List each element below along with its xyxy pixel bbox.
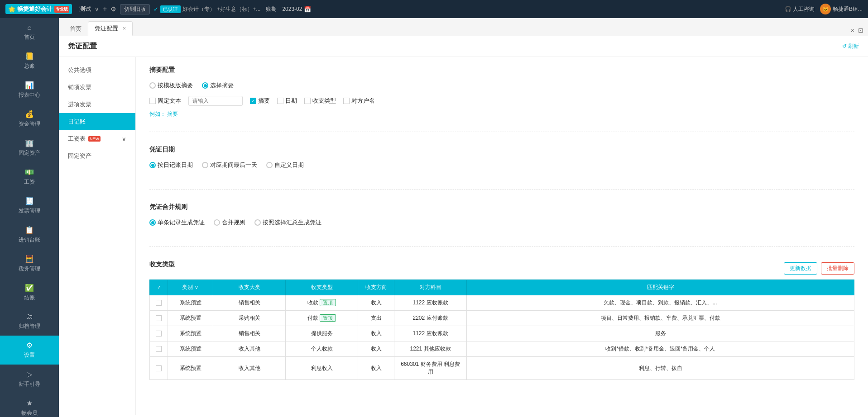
app-name: 畅捷通好会计 (17, 5, 53, 13)
add-icon[interactable]: + (103, 5, 107, 13)
fixed-text-checkbox-box (149, 98, 156, 104)
reset-tag-0[interactable]: 置顶 (320, 299, 336, 306)
merge-section: 凭证合并规则 单条记录生成凭证 合并规则 (149, 203, 854, 247)
reset-tag-1[interactable]: 置顶 (320, 314, 336, 322)
row-type-0: 收款 置顶 (286, 295, 358, 311)
gear-icon[interactable]: ⚙ (110, 5, 116, 13)
maximize-window-button[interactable]: ⊡ (858, 27, 863, 34)
row-big-type-0: 销售相关 (213, 295, 286, 311)
radio-aggregate-generate[interactable]: 按照选择汇总生成凭证 (254, 218, 321, 227)
tab-actions: × ⊡ (851, 27, 868, 36)
sidebar-item-tax[interactable]: 🧮 税务管理 (0, 249, 59, 278)
user-menu[interactable]: 🐱 畅捷通B组... (820, 4, 863, 14)
radio-journal-date[interactable]: 按日记账日期 (149, 161, 193, 169)
row-checkbox-2[interactable] (150, 326, 168, 341)
counter-name-checkbox[interactable]: 对方户名 (343, 97, 375, 105)
radio-period-last-day[interactable]: 对应期间最后一天 (202, 161, 257, 169)
left-nav-purchase-invoice[interactable]: 进项发票 (59, 96, 135, 113)
batch-delete-button[interactable]: 批量删除 (821, 262, 854, 275)
row-account-4: 660301 财务费用 利息费用 (394, 357, 467, 380)
tab-close-icon[interactable]: × (123, 25, 126, 32)
tab-voucher-config[interactable]: 凭证配置 × (88, 21, 133, 36)
sidebar-item-settings[interactable]: ⚙ 设置 (0, 336, 59, 365)
left-nav-journal[interactable]: 日记账 (59, 113, 135, 130)
radio-merge-rules[interactable]: 合并规则 (214, 218, 245, 227)
sidebar-item-reports[interactable]: 📊 报表中心 (0, 76, 59, 104)
radio-select-summary[interactable]: 选择摘要 (202, 81, 234, 90)
refresh-button[interactable]: ↺ 刷新 (842, 43, 859, 50)
arrow-icon: ∨ (122, 136, 126, 142)
left-nav-payroll[interactable]: 工资表 NEW ∨ (59, 130, 135, 147)
sidebar-item-invoices[interactable]: 🧾 发票管理 (0, 191, 59, 220)
radio-custom-date[interactable]: 自定义日期 (266, 161, 304, 169)
close-window-button[interactable]: × (851, 27, 854, 34)
row-checkbox-1[interactable] (150, 311, 168, 326)
radio-single-record[interactable]: 单条记录生成凭证 (149, 218, 205, 227)
fixed-text-input[interactable] (188, 96, 243, 106)
fixed-text-checkbox[interactable]: 固定文本 (149, 97, 181, 105)
switch-version-button[interactable]: 切到旧版 (120, 4, 150, 14)
sidebar-label-salary: 工资 (24, 178, 35, 186)
sidebar-label-reports: 报表中心 (19, 91, 40, 99)
sidebar-item-settle[interactable]: ✅ 结账 (0, 278, 59, 307)
sidebar-label-purchase: 进销台账 (19, 236, 40, 244)
sidebar-item-salary[interactable]: 💵 工资 (0, 162, 59, 191)
sidebar-item-funds[interactable]: 💰 资金管理 (0, 104, 59, 133)
row-direction-0: 收入 (358, 295, 394, 311)
th-direction: 收支方向 (358, 280, 394, 295)
row-checkbox-0[interactable] (150, 295, 168, 311)
sidebar-item-archive[interactable]: 🗂 归档管理 (0, 307, 59, 336)
edition-badge: 专业版 (54, 6, 69, 13)
date-section-title: 凭证日期 (149, 146, 854, 154)
date-checkbox[interactable]: 日期 (277, 97, 297, 105)
income-section-title: 收支类型 (149, 261, 175, 269)
th-checkbox[interactable]: ✓ (150, 280, 168, 295)
row-type-4: 利息收入 (286, 357, 358, 380)
sidebar-item-assets[interactable]: 🏢 固定资产 (0, 133, 59, 162)
row-direction-2: 收入 (358, 326, 394, 341)
select-all-checkbox[interactable]: ✓ (156, 284, 162, 290)
sidebar-label-tax: 税务管理 (19, 265, 40, 273)
row-category-3: 系统预置 (168, 341, 213, 357)
row-direction-3: 收入 (358, 341, 394, 357)
update-data-button[interactable]: 更新数据 (784, 262, 817, 275)
sidebar-item-ledger[interactable]: 📒 总账 (0, 47, 59, 76)
calendar-icon[interactable]: 📅 (304, 6, 311, 13)
app-logo: 🌟 畅捷通好会计 专业版 (5, 4, 72, 14)
help-button[interactable]: 🎧 人工咨询 (785, 5, 815, 13)
row-category-2: 系统预置 (168, 326, 213, 341)
sidebar-item-member[interactable]: ★ 畅会员 (0, 393, 59, 417)
left-nav-public[interactable]: 公共选项 (59, 62, 135, 79)
funds-icon: 💰 (25, 110, 34, 118)
th-big-type: 收支大类 (213, 280, 286, 295)
settings-icon: ⚙ (26, 341, 33, 350)
row-account-3: 1221 其他应收款 (394, 341, 467, 357)
table-header: ✓ 类别 ∨ 收支大类 收支类型 收支方向 对方科目 匹配关键字 (150, 280, 854, 295)
row-keywords-1: 项目、日常费用、报销款、车费、承兑汇票、付款 (467, 311, 854, 326)
radio-template-summary[interactable]: 按模板版摘要 (149, 81, 193, 90)
sidebar-label-archive: 归档管理 (19, 322, 40, 330)
refresh-icon: ↺ (842, 43, 847, 49)
row-big-type-2: 销售相关 (213, 326, 286, 341)
sidebar-label-member: 畅会员 (21, 409, 38, 417)
income-type-checkbox[interactable]: 收支类型 (304, 97, 336, 105)
guide-icon: ▷ (27, 370, 32, 379)
page-content: 凭证配置 ↺ 刷新 公共选项 销项发票 进项发票 (59, 36, 868, 417)
merge-radio-group: 单条记录生成凭证 合并规则 按照选择汇总生成凭证 (149, 218, 854, 227)
sidebar-item-purchase[interactable]: 📋 进销台账 (0, 220, 59, 249)
row-type-1: 付款 置顶 (286, 311, 358, 326)
sidebar-item-guide[interactable]: ▷ 新手引导 (0, 365, 59, 393)
row-big-type-1: 采购相关 (213, 311, 286, 326)
row-checkbox-3[interactable] (150, 341, 168, 357)
row-category-1: 系统预置 (168, 311, 213, 326)
sidebar-label-ledger: 总账 (24, 62, 35, 70)
left-nav-fixed-assets[interactable]: 固定资产 (59, 147, 135, 165)
summary-checkbox[interactable]: ✓ 摘要 (250, 97, 270, 105)
row-checkbox-4[interactable] (150, 357, 168, 380)
left-nav-sales-invoice[interactable]: 销项发票 (59, 79, 135, 96)
row-account-2: 1122 应收账款 (394, 326, 467, 341)
tab-home[interactable]: 首页 (63, 22, 88, 36)
summary-section: 摘要配置 按模板版摘要 选择摘要 (149, 66, 854, 132)
left-nav: 公共选项 销项发票 进项发票 日记账 工资表 NEW ∨ (59, 57, 136, 415)
sidebar-item-home[interactable]: ⌂ 首页 (0, 18, 59, 47)
